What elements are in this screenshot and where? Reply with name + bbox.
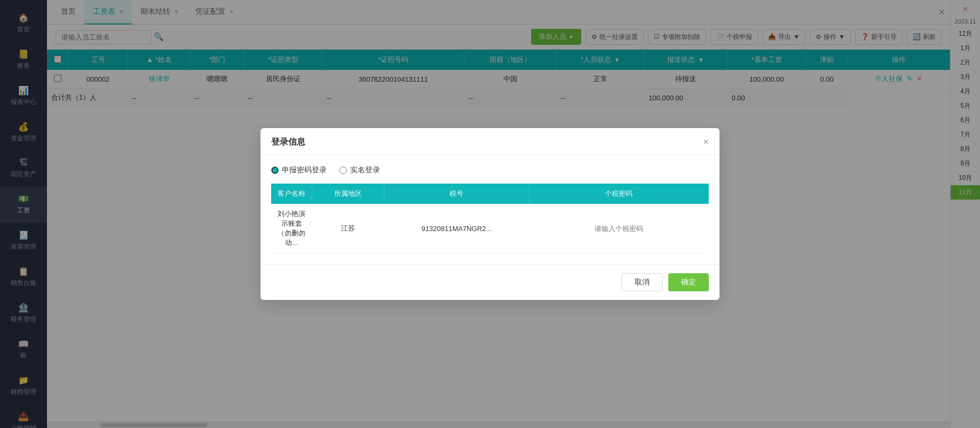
login-dialog: 登录信息 × 申报密码登录 实名登录 客户名称 bbox=[260, 128, 720, 300]
dialog-row-taxno: 91320811MA7NGR2... bbox=[384, 204, 529, 253]
radio-password-login[interactable]: 申报密码登录 bbox=[271, 165, 327, 175]
dialog-col-client: 客户名称 bbox=[271, 184, 312, 204]
dialog-overlay: 登录信息 × 申报密码登录 实名登录 客户名称 bbox=[0, 0, 980, 428]
dialog-title: 登录信息 bbox=[271, 137, 305, 148]
dialog-body: 申报密码登录 实名登录 客户名称 所属地区 税号 个税密码 bbox=[260, 155, 720, 264]
dialog-table-row: 刘小艳演示账套（勿删勿动... 江苏 91320811MA7NGR2... bbox=[271, 204, 709, 253]
dialog-col-taxno: 税号 bbox=[384, 184, 529, 204]
cancel-button[interactable]: 取消 bbox=[621, 273, 663, 291]
dialog-row-client: 刘小艳演示账套（勿删勿动... bbox=[271, 204, 312, 253]
dialog-close-btn[interactable]: × bbox=[703, 137, 709, 148]
dialog-row-region: 江苏 bbox=[312, 204, 384, 253]
confirm-button[interactable]: 确定 bbox=[668, 273, 709, 291]
dialog-col-password: 个税密码 bbox=[529, 184, 708, 204]
dialog-header: 登录信息 × bbox=[260, 128, 720, 155]
radio-password-input[interactable] bbox=[271, 167, 279, 174]
dialog-table: 客户名称 所属地区 税号 个税密码 刘小艳演示账套（勿删勿动... 江苏 913… bbox=[271, 184, 709, 253]
dialog-footer: 取消 确定 bbox=[260, 264, 720, 300]
radio-realname-input[interactable] bbox=[339, 167, 347, 174]
tax-password-input[interactable] bbox=[535, 225, 702, 233]
dialog-col-region: 所属地区 bbox=[312, 184, 384, 204]
radio-realname-login[interactable]: 实名登录 bbox=[339, 165, 380, 175]
login-type-radio-group: 申报密码登录 实名登录 bbox=[271, 165, 709, 175]
dialog-row-password[interactable] bbox=[529, 204, 708, 253]
